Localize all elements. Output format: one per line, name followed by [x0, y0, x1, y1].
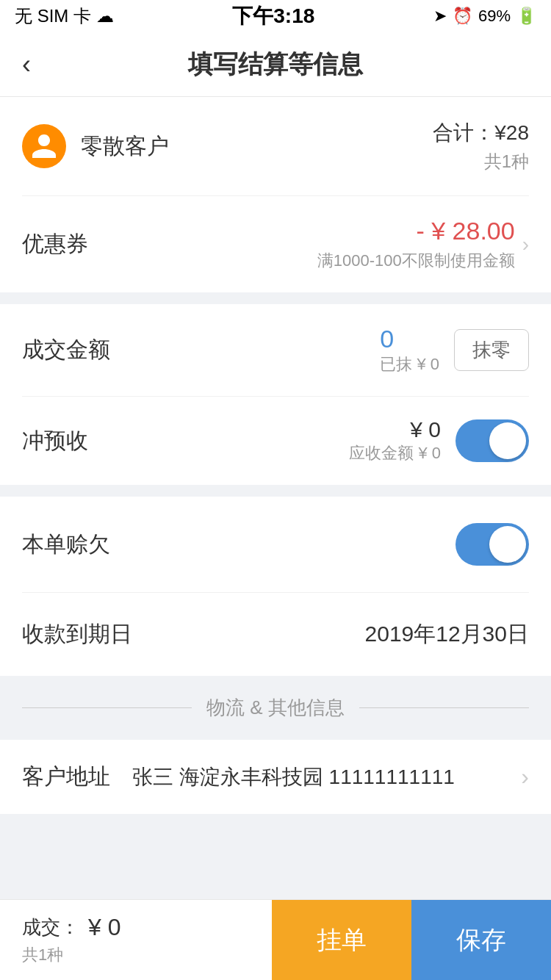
bottom-info: 成交： ¥ 0 共1种	[0, 900, 272, 980]
prepay-right-content: ¥ 0 应收金额 ¥ 0	[349, 417, 441, 464]
logistics-divider: 物流 & 其他信息	[0, 688, 551, 728]
divider-left	[22, 707, 192, 708]
due-date-label: 收款到期日	[22, 619, 132, 649]
prepay-amount: ¥ 0	[349, 417, 441, 442]
coupon-label: 优惠券	[22, 229, 88, 259]
round-button[interactable]: 抹零	[454, 329, 529, 371]
prepay-label: 冲预收	[22, 426, 88, 456]
nav-bar: ‹ 填写结算等信息	[0, 32, 551, 97]
debit-row: 本单赊欠	[22, 497, 529, 593]
prepay-right: ¥ 0 应收金额 ¥ 0	[349, 417, 529, 464]
divider-right	[359, 707, 529, 708]
due-date-value: 2019年12月30日	[365, 619, 529, 649]
coupon-right-content: - ¥ 28.00 满1000-100不限制使用金额	[317, 217, 515, 272]
avatar-icon	[29, 131, 59, 161]
prepay-sub: 应收金额 ¥ 0	[349, 442, 441, 464]
battery-icon: 🔋	[516, 7, 536, 26]
coupon-desc: 满1000-100不限制使用金额	[317, 250, 515, 272]
customer-name: 零散客户	[81, 131, 169, 162]
content-area: 零散客户 合计：¥28 共1种 优惠券 - ¥ 28.00 满1000-100不…	[0, 97, 551, 914]
debit-toggle[interactable]	[455, 523, 529, 566]
status-bar: 无 SIM 卡 ☁ 下午3:18 ➤ ⏰ 69% 🔋	[0, 0, 551, 32]
transaction-value: 0	[380, 325, 439, 353]
debit-section: 本单赊欠 收款到期日 2019年12月30日	[0, 497, 551, 676]
status-left: 无 SIM 卡 ☁	[15, 4, 114, 28]
alarm-icon: ⏰	[453, 7, 472, 26]
bottom-trans-amount: ¥ 0	[88, 914, 120, 941]
save-button[interactable]: 保存	[411, 900, 551, 980]
battery-level: 69%	[478, 7, 511, 26]
address-label: 客户地址	[22, 762, 110, 792]
debit-label: 本单赊欠	[22, 530, 110, 560]
total-amount: 合计：¥28	[433, 119, 529, 147]
customer-row: 零散客户 合计：¥28 共1种	[0, 97, 551, 195]
customer-avatar	[22, 124, 66, 168]
address-row[interactable]: 客户地址 张三 海淀永丰科技园 11111111111 ›	[0, 740, 551, 814]
customer-left: 零散客户	[22, 124, 169, 168]
total-count: 共1种	[433, 150, 529, 173]
back-button[interactable]: ‹	[22, 49, 31, 80]
customer-right: 合计：¥28 共1种	[433, 119, 529, 173]
transaction-section: 成交金额 0 已抹 ¥ 0 抹零 冲预收 ¥ 0 应收金额 ¥ 0	[0, 304, 551, 485]
hold-button[interactable]: 挂单	[272, 900, 411, 980]
bottom-trans-label: 成交：	[22, 915, 79, 940]
address-chevron-icon: ›	[521, 763, 529, 790]
prepay-toggle[interactable]	[455, 419, 529, 462]
coupon-chevron-icon: ›	[522, 233, 529, 256]
coupon-right: - ¥ 28.00 满1000-100不限制使用金额 ›	[317, 217, 529, 272]
status-right: ➤ ⏰ 69% 🔋	[433, 7, 536, 26]
bottom-transaction: 成交： ¥ 0	[22, 914, 250, 941]
transaction-right: 0 已抹 ¥ 0 抹零	[380, 325, 529, 375]
transaction-sub: 已抹 ¥ 0	[380, 353, 439, 375]
transaction-row: 成交金额 0 已抹 ¥ 0 抹零	[22, 304, 529, 397]
address-value: 张三 海淀永丰科技园 11111111111	[132, 763, 521, 791]
due-date-row: 收款到期日 2019年12月30日	[22, 593, 529, 676]
coupon-row[interactable]: 优惠券 - ¥ 28.00 满1000-100不限制使用金额 ›	[0, 196, 551, 292]
location-icon: ➤	[433, 7, 447, 26]
bottom-count: 共1种	[22, 944, 250, 966]
customer-section: 零散客户 合计：¥28 共1种 优惠券 - ¥ 28.00 满1000-100不…	[0, 97, 551, 292]
sim-status: 无 SIM 卡 ☁	[15, 4, 114, 28]
status-time: 下午3:18	[232, 2, 314, 30]
page-title: 填写结算等信息	[188, 48, 363, 82]
prepay-row: 冲预收 ¥ 0 应收金额 ¥ 0	[22, 397, 529, 485]
transaction-label: 成交金额	[22, 335, 110, 365]
coupon-amount: - ¥ 28.00	[317, 217, 515, 245]
transaction-right-content: 0 已抹 ¥ 0	[380, 325, 439, 375]
bottom-bar: 成交： ¥ 0 共1种 挂单 保存	[0, 899, 551, 980]
logistics-label: 物流 & 其他信息	[206, 695, 345, 721]
address-section: 客户地址 张三 海淀永丰科技园 11111111111 ›	[0, 740, 551, 814]
